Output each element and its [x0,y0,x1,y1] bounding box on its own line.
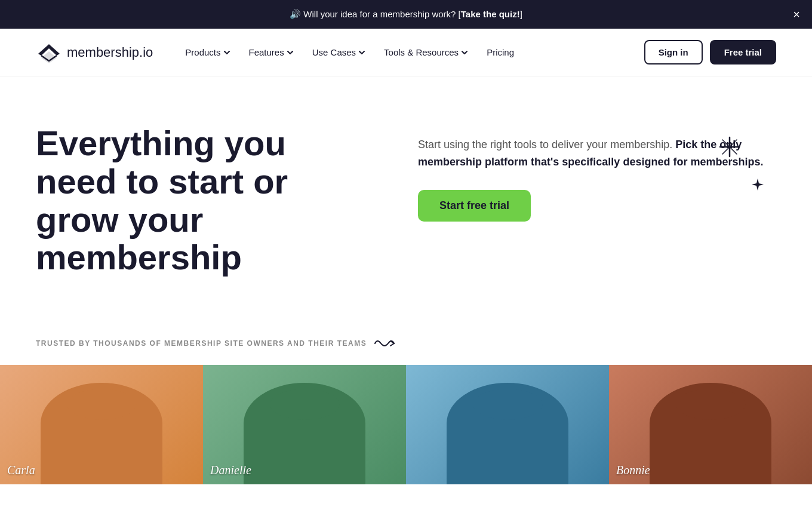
hero-left: Everything you need to start or grow you… [36,124,370,277]
photo-grid: Carla Danielle Bonnie [0,365,812,484]
photo-cell-3 [406,365,609,484]
freetrial-button[interactable]: Free trial [710,40,776,64]
logo-icon [36,42,62,63]
chevron-down-icon [462,51,467,54]
chevron-down-icon [224,51,230,54]
photo-label-1: Carla [7,463,35,477]
chevron-down-icon [359,51,365,54]
nav-item-products[interactable]: Products [177,42,238,62]
hero-section: Everything you need to start or grow you… [0,76,812,312]
squiggle-icon [374,336,395,351]
announcement-link[interactable]: Take the quiz! [461,9,520,19]
logo[interactable]: membership.io [36,42,153,63]
nav-link-features[interactable]: Features [241,42,302,62]
nav-link-usecases[interactable]: Use Cases [304,42,373,62]
nav-actions: Sign in Free trial [644,40,776,64]
nav-links: Products Features Use Cases Tools & Reso… [177,42,644,62]
sparkle-small-icon [751,178,764,194]
chevron-down-icon [287,51,293,54]
nav-link-tools[interactable]: Tools & Resources [376,42,476,62]
photo-cell-2: Danielle [203,365,406,484]
announcement-text: 🔊 Will your idea for a membership work? … [290,9,522,20]
nav-item-usecases[interactable]: Use Cases [304,42,373,62]
signin-button[interactable]: Sign in [644,40,703,64]
start-free-trial-button[interactable]: Start free trial [418,190,531,222]
photo-cell-4: Bonnie [609,365,812,484]
photo-cell-1: Carla [0,365,203,484]
nav-item-pricing[interactable]: Pricing [478,42,522,62]
hero-right: Start using the right tools to deliver y… [418,124,776,222]
logo-text: membership.io [67,45,153,60]
nav-link-products[interactable]: Products [177,42,238,62]
nav-item-tools[interactable]: Tools & Resources [376,42,476,62]
nav-link-pricing[interactable]: Pricing [478,42,522,62]
main-nav: membership.io Products Features Use Case… [0,29,812,76]
hero-heading: Everything you need to start or grow you… [36,124,370,277]
announcement-close-button[interactable]: × [793,8,800,20]
photo-label-4: Bonnie [616,463,650,477]
nav-item-features[interactable]: Features [241,42,302,62]
trusted-section: TRUSTED BY THOUSANDS OF MEMBERSHIP SITE … [0,312,812,351]
photo-label-2: Danielle [210,463,251,477]
announcement-bar: 🔊 Will your idea for a membership work? … [0,0,812,29]
sparkle-large-icon [719,136,740,161]
person-silhouette-3 [406,365,609,484]
trusted-label: TRUSTED BY THOUSANDS OF MEMBERSHIP SITE … [36,336,776,351]
